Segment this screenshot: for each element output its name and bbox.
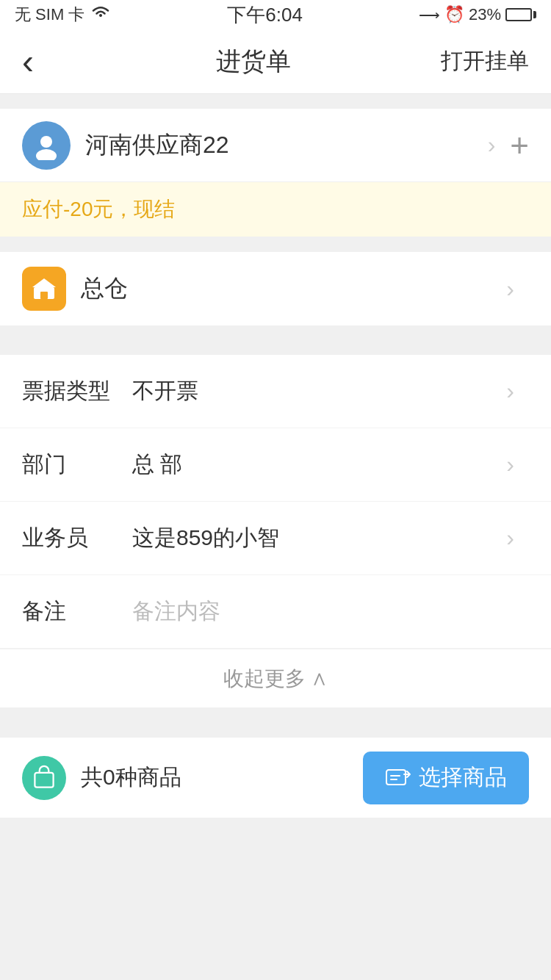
product-count-label: 共0种商品 <box>81 763 363 793</box>
svg-point-1 <box>36 149 57 160</box>
status-bar: 无 SIM 卡 下午6:04 ⟶ ⏰ 23% <box>0 0 551 29</box>
collapse-button[interactable]: 收起更多 ∧ <box>0 649 551 707</box>
battery-icon <box>505 8 536 21</box>
department-chevron-icon: › <box>506 451 514 478</box>
form-section: 票据类型 不开票 › 部门 总 部 › 业务员 这是859的小智 › 备注 备注… <box>0 355 551 707</box>
invoice-type-row[interactable]: 票据类型 不开票 › <box>0 355 551 428</box>
divider-1 <box>0 94 551 109</box>
department-label: 部门 <box>22 450 125 480</box>
supplier-section: 河南供应商22 › + 应付-20元，现结 <box>0 109 551 237</box>
warehouse-section: 总仓 › <box>0 252 551 325</box>
location-icon: ⟶ <box>419 6 440 24</box>
salesperson-row[interactable]: 业务员 这是859的小智 › <box>0 502 551 575</box>
svg-rect-5 <box>35 772 53 787</box>
svg-point-0 <box>40 136 52 148</box>
salesperson-chevron-icon: › <box>506 525 514 552</box>
wifi-icon <box>90 5 111 24</box>
warehouse-chevron-icon: › <box>506 275 514 303</box>
salesperson-value: 这是859的小智 <box>125 523 506 553</box>
warehouse-icon <box>22 267 66 311</box>
open-pending-button[interactable]: 打开挂单 <box>441 46 529 76</box>
status-time: 下午6:04 <box>227 2 303 28</box>
nav-bar: ‹ 进货单 打开挂单 <box>0 29 551 94</box>
divider-4 <box>0 707 551 722</box>
battery-percent: 23% <box>469 5 501 24</box>
supplier-row[interactable]: 河南供应商22 › + <box>0 109 551 182</box>
warehouse-name: 总仓 <box>81 273 506 305</box>
page-title: 进货单 <box>216 45 291 79</box>
page-background <box>0 818 551 980</box>
divider-2 <box>0 237 551 252</box>
svg-rect-6 <box>386 770 406 785</box>
department-row[interactable]: 部门 总 部 › <box>0 428 551 502</box>
remark-row[interactable]: 备注 备注内容 <box>0 575 551 649</box>
supplier-name: 河南供应商22 <box>85 129 488 162</box>
invoice-type-label: 票据类型 <box>22 376 125 406</box>
product-icon <box>22 756 66 800</box>
back-button[interactable]: ‹ <box>22 41 66 82</box>
divider-3 <box>0 325 551 340</box>
status-left: 无 SIM 卡 <box>15 4 111 26</box>
select-product-button[interactable]: 选择商品 <box>363 752 529 804</box>
salesperson-label: 业务员 <box>22 523 125 553</box>
supplier-notice: 应付-20元，现结 <box>0 182 551 237</box>
carrier-label: 无 SIM 卡 <box>15 4 84 26</box>
invoice-chevron-icon: › <box>506 378 514 405</box>
invoice-type-value: 不开票 <box>125 376 506 406</box>
remark-label: 备注 <box>22 597 125 627</box>
supplier-chevron-icon: › <box>488 131 496 159</box>
svg-rect-4 <box>40 292 48 299</box>
supplier-avatar <box>22 121 71 170</box>
svg-marker-3 <box>32 278 56 287</box>
warehouse-row[interactable]: 总仓 › <box>0 252 551 325</box>
collapse-label: 收起更多 ∧ <box>223 665 328 693</box>
department-value: 总 部 <box>125 450 506 480</box>
alarm-icon: ⏰ <box>444 5 464 24</box>
select-btn-label: 选择商品 <box>419 763 507 793</box>
remark-input[interactable]: 备注内容 <box>125 597 529 627</box>
status-right: ⟶ ⏰ 23% <box>419 5 536 24</box>
bottom-bar: 共0种商品 选择商品 <box>0 737 551 818</box>
add-supplier-button[interactable]: + <box>510 129 529 162</box>
